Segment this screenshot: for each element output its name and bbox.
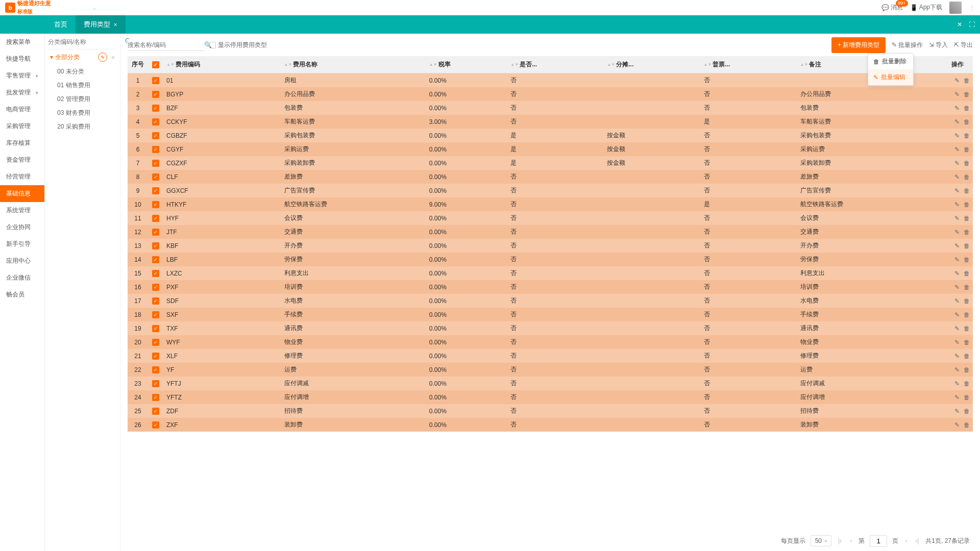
- search-input[interactable]: [128, 39, 204, 51]
- col-seq[interactable]: 序号: [128, 56, 148, 73]
- edit-row-icon[interactable]: ✎: [954, 270, 960, 277]
- delete-row-icon[interactable]: 🗑: [964, 353, 970, 360]
- edit-row-icon[interactable]: ✎: [954, 215, 960, 222]
- close-icon[interactable]: ✕: [113, 22, 117, 28]
- fullscreen-icon[interactable]: ⛶: [968, 21, 976, 28]
- sidebar-item[interactable]: 系统管理: [0, 202, 44, 219]
- sidebar-item[interactable]: 采购管理: [0, 118, 44, 135]
- delete-row-icon[interactable]: 🗑: [964, 160, 970, 167]
- col-alloc[interactable]: ▲▼分摊...: [604, 56, 700, 73]
- sidebar-item[interactable]: 资金管理: [0, 152, 44, 168]
- delete-row-icon[interactable]: 🗑: [964, 77, 970, 84]
- delete-row-icon[interactable]: 🗑: [964, 215, 970, 222]
- row-checkbox[interactable]: ✓: [152, 284, 159, 291]
- edit-row-icon[interactable]: ✎: [954, 297, 960, 305]
- edit-row-icon[interactable]: ✎: [954, 105, 960, 112]
- first-page-icon[interactable]: |‹: [837, 537, 843, 544]
- row-checkbox[interactable]: ✓: [152, 339, 159, 346]
- show-disabled-checkbox[interactable]: 显示停用费用类型: [209, 41, 267, 49]
- edit-row-icon[interactable]: ✎: [954, 242, 960, 249]
- row-checkbox[interactable]: ✓: [152, 146, 159, 153]
- edit-category-icon[interactable]: ✎: [98, 53, 107, 62]
- row-checkbox[interactable]: ✓: [152, 270, 159, 277]
- tab-expense-type[interactable]: 费用类型 ✕: [76, 15, 126, 34]
- batch-edit-item[interactable]: ✎ 批量编辑: [868, 69, 913, 85]
- table-row[interactable]: 1✓01房租0.00%否否✎🗑: [128, 73, 973, 88]
- table-row[interactable]: 14✓LBF劳保费0.00%否否劳保费✎🗑: [128, 253, 973, 266]
- sidebar-item[interactable]: 企业微信: [0, 269, 44, 286]
- category-search-input[interactable]: [48, 38, 125, 45]
- edit-row-icon[interactable]: ✎: [954, 366, 960, 373]
- row-checkbox[interactable]: ✓: [152, 118, 159, 126]
- table-row[interactable]: 3✓BZF包装费0.00%否否包装费✎🗑: [128, 101, 973, 115]
- delete-row-icon[interactable]: 🗑: [964, 366, 970, 373]
- edit-row-icon[interactable]: ✎: [954, 339, 960, 346]
- row-checkbox[interactable]: ✓: [152, 311, 159, 318]
- sidebar-item[interactable]: 零售管理▾: [0, 67, 44, 84]
- row-checkbox[interactable]: ✓: [152, 91, 159, 98]
- sidebar-item[interactable]: 库存核算: [0, 135, 44, 152]
- row-checkbox[interactable]: ✓: [152, 77, 159, 84]
- perpage-select[interactable]: 50: [811, 535, 831, 546]
- row-checkbox[interactable]: ✓: [152, 256, 159, 263]
- delete-row-icon[interactable]: 🗑: [964, 118, 970, 126]
- delete-row-icon[interactable]: 🗑: [964, 270, 970, 277]
- next-page-icon[interactable]: ›: [903, 537, 909, 544]
- delete-row-icon[interactable]: 🗑: [964, 380, 970, 387]
- sidebar-item[interactable]: 基础信息: [0, 185, 44, 202]
- delete-row-icon[interactable]: 🗑: [964, 284, 970, 291]
- row-checkbox[interactable]: ✓: [152, 242, 159, 249]
- export-button[interactable]: ⇱ 导出: [954, 41, 973, 49]
- col-isx[interactable]: ▲▼是否...: [507, 56, 604, 73]
- table-row[interactable]: 6✓CGYF采购运费0.00%是按金额否采购运费✎🗑: [128, 142, 973, 156]
- sidebar-item[interactable]: 经营管理: [0, 168, 44, 185]
- app-download-button[interactable]: 📱 App下载: [910, 3, 942, 12]
- last-page-icon[interactable]: ›|: [914, 537, 920, 544]
- col-name[interactable]: ▲▼费用名称: [281, 56, 426, 73]
- table-row[interactable]: 4✓CCKYF车船客运费3.00%否是车船客运费✎🗑: [128, 115, 973, 129]
- delete-row-icon[interactable]: 🗑: [964, 311, 970, 318]
- delete-row-icon[interactable]: 🗑: [964, 408, 970, 415]
- table-row[interactable]: 17✓SDF水电费0.00%否否水电费✎🗑: [128, 294, 973, 308]
- edit-row-icon[interactable]: ✎: [954, 353, 960, 360]
- delete-row-icon[interactable]: 🗑: [964, 146, 970, 153]
- table-row[interactable]: 13✓KBF开办费0.00%否否开办费✎🗑: [128, 239, 973, 253]
- table-row[interactable]: 22✓YF运费0.00%否否运费✎🗑: [128, 363, 973, 377]
- delete-row-icon[interactable]: 🗑: [964, 201, 970, 208]
- row-checkbox[interactable]: ✓: [152, 366, 159, 373]
- batch-delete-item[interactable]: 🗑 批量删除: [868, 54, 913, 69]
- row-checkbox[interactable]: ✓: [152, 408, 159, 415]
- checkbox-all-icon[interactable]: ✓: [152, 61, 159, 68]
- table-row[interactable]: 2✓BGYP办公用品费0.00%否否办公用品费✎🗑: [128, 87, 973, 101]
- edit-row-icon[interactable]: ✎: [954, 284, 960, 291]
- edit-row-icon[interactable]: ✎: [954, 118, 960, 126]
- row-checkbox[interactable]: ✓: [152, 105, 159, 112]
- row-checkbox[interactable]: ✓: [152, 187, 159, 194]
- row-checkbox[interactable]: ✓: [152, 421, 159, 429]
- edit-row-icon[interactable]: ✎: [954, 229, 960, 236]
- edit-row-icon[interactable]: ✎: [954, 187, 960, 194]
- table-row[interactable]: 11✓HYF会议费0.00%否否会议费✎🗑: [128, 211, 973, 225]
- category-item[interactable]: 03 财务费用: [48, 106, 117, 120]
- delete-row-icon[interactable]: 🗑: [964, 421, 970, 429]
- delete-row-icon[interactable]: 🗑: [964, 297, 970, 305]
- edit-row-icon[interactable]: ✎: [954, 311, 960, 318]
- table-row[interactable]: 25✓ZDF招待费0.00%否否招待费✎🗑: [128, 404, 973, 418]
- edit-row-icon[interactable]: ✎: [954, 201, 960, 208]
- messages-button[interactable]: 💬 消息 99+: [881, 3, 903, 12]
- edit-row-icon[interactable]: ✎: [954, 160, 960, 167]
- table-row[interactable]: 8✓CLF差旅费0.00%否否差旅费✎🗑: [128, 170, 973, 184]
- row-checkbox[interactable]: ✓: [152, 297, 159, 305]
- edit-row-icon[interactable]: ✎: [954, 77, 960, 84]
- import-button[interactable]: ⇲ 导入: [929, 41, 948, 49]
- category-item[interactable]: 01 销售费用: [48, 79, 117, 92]
- row-checkbox[interactable]: ✓: [152, 160, 159, 167]
- delete-row-icon[interactable]: 🗑: [964, 173, 970, 181]
- delete-row-icon[interactable]: 🗑: [964, 325, 970, 332]
- collapse-panel-icon[interactable]: «: [111, 54, 115, 61]
- delete-row-icon[interactable]: 🗑: [964, 256, 970, 263]
- tab-home[interactable]: 首页: [46, 15, 76, 34]
- delete-row-icon[interactable]: 🗑: [964, 132, 970, 139]
- table-row[interactable]: 15✓LXZC利息支出0.00%否否利息支出✎🗑: [128, 266, 973, 280]
- category-item[interactable]: 00 未分类: [48, 65, 117, 79]
